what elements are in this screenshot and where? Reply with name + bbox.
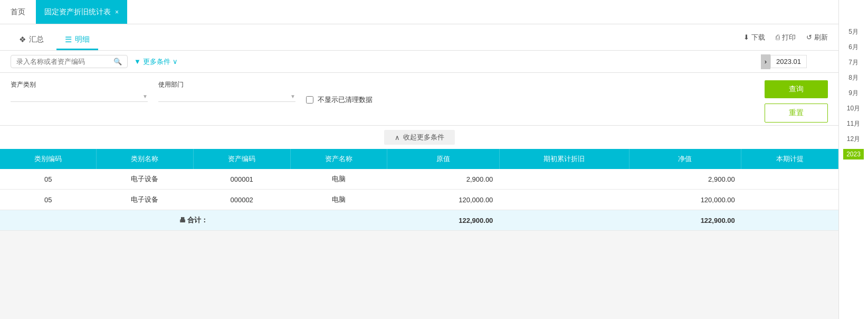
- right-panel: 5月6月7月8月9月10月11月12月 2023: [838, 0, 868, 319]
- col-header-asset-name: 资产名称: [290, 149, 387, 169]
- date-display: 2023.01: [770, 55, 807, 68]
- home-nav[interactable]: 首页: [0, 0, 36, 24]
- total-label: 🖶 合计：: [0, 210, 387, 231]
- col-header-current-period: 本期计提: [741, 149, 838, 169]
- download-label: 下载: [751, 33, 765, 42]
- table-container: 类别编码 类别名称 资产编码 资产名称 原值 期初累计折旧 净值 本期计提 05…: [0, 149, 838, 231]
- filter-bar: 🔍 ▼ 更多条件 ∨ › 2023.01: [0, 51, 838, 73]
- cell-current-period: [741, 190, 838, 210]
- month-item[interactable]: 8月: [847, 70, 860, 86]
- download-icon: ⬇: [743, 33, 749, 41]
- month-item[interactable]: 12月: [847, 132, 860, 147]
- asset-category-group: 资产类别 ▼: [11, 80, 148, 102]
- month-item[interactable]: 5月: [847, 24, 860, 40]
- no-cleared-label: 不显示已清理数据: [318, 95, 373, 105]
- month-item[interactable]: 9月: [847, 86, 860, 101]
- asset-category-arrow-icon: ▼: [142, 93, 148, 99]
- data-table: 类别编码 类别名称 资产编码 资产名称 原值 期初累计折旧 净值 本期计提 05…: [0, 149, 838, 231]
- detail-tab-label: 明细: [75, 35, 90, 44]
- top-nav: 首页 固定资产折旧统计表 × ×: [0, 0, 868, 24]
- sub-tabs-bar: ❖ 汇总 ☰ 明细 ⬇ 下载 ⎙ 打印 ↺ 刷新: [0, 24, 838, 51]
- col-header-net-value: 净值: [629, 149, 741, 169]
- refresh-action[interactable]: ↺ 刷新: [806, 33, 828, 42]
- active-tab[interactable]: 固定资产折旧统计表 ×: [36, 0, 127, 24]
- col-header-accumulated: 期初累计折旧: [499, 149, 629, 169]
- table-row: 05 电子设备 000001 电脑 2,900.00 2,900.00: [0, 169, 838, 190]
- advanced-filter: 资产类别 ▼ 使用部门 ▼ 不显示已清理数据 查询 重置: [0, 73, 838, 126]
- main-content: ❖ 汇总 ☰ 明细 ⬇ 下载 ⎙ 打印 ↺ 刷新 🔍: [0, 24, 838, 319]
- search-icon[interactable]: 🔍: [113, 58, 122, 65]
- search-input-wrap[interactable]: 🔍: [11, 55, 128, 68]
- total-net-value: 122,900.00: [629, 210, 741, 231]
- department-select[interactable]: ▼: [158, 91, 295, 102]
- summary-tab-label: 汇总: [29, 35, 44, 44]
- no-cleared-group: 不显示已清理数据: [306, 80, 373, 105]
- department-arrow-icon: ▼: [290, 93, 295, 99]
- download-action[interactable]: ⬇ 下载: [743, 33, 765, 42]
- date-arrow-btn[interactable]: ›: [761, 54, 770, 69]
- collapse-up-icon: ∧: [395, 134, 400, 142]
- filter-date-area: › 2023.01: [761, 54, 807, 69]
- more-conditions-label: 更多条件: [143, 57, 170, 67]
- month-list: 5月6月7月8月9月10月11月12月: [847, 24, 860, 147]
- search-input[interactable]: [16, 58, 111, 65]
- tab-summary[interactable]: ❖ 汇总: [11, 35, 52, 50]
- cell-accumulated: [499, 169, 629, 190]
- col-header-original-value: 原值: [387, 149, 500, 169]
- total-icon: 🖶: [179, 217, 186, 224]
- print-icon: ⎙: [776, 33, 780, 41]
- cell-category-code: 05: [0, 169, 97, 190]
- total-row: 🖶 合计： 122,900.00 122,900.00: [0, 210, 838, 231]
- summary-tab-icon: ❖: [19, 35, 26, 44]
- filter-action-btns: 查询 重置: [765, 80, 828, 123]
- cell-asset-code: 000001: [193, 169, 290, 190]
- cell-original-value: 2,900.00: [387, 169, 500, 190]
- collapse-button[interactable]: ∧ 收起更多条件: [384, 130, 455, 145]
- detail-tab-icon: ☰: [65, 35, 72, 44]
- col-header-category-name: 类别名称: [97, 149, 194, 169]
- month-item[interactable]: 10月: [847, 101, 860, 116]
- collapse-label: 收起更多条件: [403, 133, 444, 142]
- department-group: 使用部门 ▼: [158, 80, 295, 102]
- tab-actions: ⬇ 下载 ⎙ 打印 ↺ 刷新: [743, 33, 828, 42]
- more-conditions-btn[interactable]: ▼ 更多条件 ∨: [134, 57, 178, 67]
- print-label: 打印: [782, 33, 796, 42]
- cell-asset-code: 000002: [193, 190, 290, 210]
- year-badge[interactable]: 2023: [843, 149, 864, 160]
- table-header-row: 类别编码 类别名称 资产编码 资产名称 原值 期初累计折旧 净值 本期计提: [0, 149, 838, 169]
- collapse-bar: ∧ 收起更多条件: [0, 126, 838, 149]
- cell-category-name: 电子设备: [97, 190, 194, 210]
- reset-button[interactable]: 重置: [765, 104, 828, 123]
- col-header-category-code: 类别编码: [0, 149, 97, 169]
- chevron-down-icon: ∨: [173, 58, 178, 65]
- filter-icon: ▼: [134, 58, 141, 65]
- month-item[interactable]: 6月: [847, 40, 860, 55]
- cell-asset-name: 电脑: [290, 190, 387, 210]
- total-original-value: 122,900.00: [387, 210, 500, 231]
- cell-asset-name: 电脑: [290, 169, 387, 190]
- month-item[interactable]: 11月: [847, 116, 860, 132]
- refresh-icon: ↺: [806, 33, 812, 41]
- cell-net-value: 2,900.00: [629, 169, 741, 190]
- refresh-label: 刷新: [814, 33, 828, 42]
- cell-current-period: [741, 169, 838, 190]
- print-action[interactable]: ⎙ 打印: [776, 33, 796, 42]
- department-label: 使用部门: [158, 80, 295, 89]
- total-accumulated: [499, 210, 629, 231]
- asset-category-select[interactable]: ▼: [11, 91, 148, 102]
- tab-label: 固定资产折旧统计表: [44, 7, 111, 17]
- cell-category-code: 05: [0, 190, 97, 210]
- no-cleared-checkbox[interactable]: [306, 96, 313, 104]
- cell-original-value: 120,000.00: [387, 190, 500, 210]
- month-item[interactable]: 7月: [847, 55, 860, 70]
- table-row: 05 电子设备 000002 电脑 120,000.00 120,000.00: [0, 190, 838, 210]
- query-button[interactable]: 查询: [765, 80, 828, 98]
- cell-category-name: 电子设备: [97, 169, 194, 190]
- total-current-period: [741, 210, 838, 231]
- tab-detail[interactable]: ☰ 明细: [56, 35, 98, 50]
- cell-net-value: 120,000.00: [629, 190, 741, 210]
- cell-accumulated: [499, 190, 629, 210]
- col-header-asset-code: 资产编码: [193, 149, 290, 169]
- tab-close-icon[interactable]: ×: [115, 8, 119, 16]
- asset-category-label: 资产类别: [11, 80, 148, 89]
